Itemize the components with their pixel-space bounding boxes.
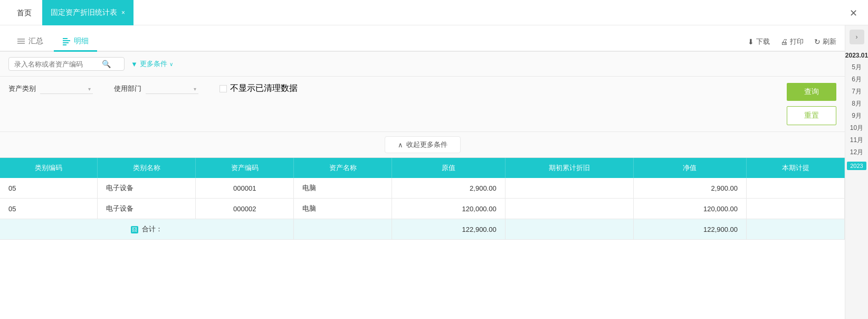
- summary-icon: 囧: [131, 226, 138, 233]
- refresh-button[interactable]: ↻ 刷新: [814, 37, 836, 46]
- table-header-row: 类别编码 类别名称 资产编码 资产名称 原值 期初累计折旧 净值 本期计提: [0, 158, 845, 178]
- col-current-period: 本期计提: [747, 158, 845, 178]
- svg-rect-4: [63, 40, 70, 41]
- collapse-bar: ∧ 收起更多条件: [0, 132, 845, 158]
- search-icon: 🔍: [102, 60, 111, 68]
- summary-net-value: 122,900.00: [633, 219, 747, 240]
- summary-label-cell: 囧 合计：: [0, 219, 294, 240]
- print-label: 打印: [790, 37, 804, 46]
- cell-asset-code: 000002: [196, 199, 294, 219]
- table-row: 05 电子设备 000002 电脑 120,000.00 120,000.00: [0, 199, 845, 219]
- hide-cleared-group: 不显示已清理数据: [220, 83, 298, 94]
- col-category-name: 类别名称: [98, 158, 196, 178]
- col-asset-code: 资产编码: [196, 158, 294, 178]
- refresh-label: 刷新: [823, 37, 836, 46]
- sidebar-year: 2023.01: [843, 51, 868, 60]
- collapse-button[interactable]: ∧ 收起更多条件: [385, 136, 461, 153]
- tab-close-icon[interactable]: ×: [121, 9, 125, 16]
- data-table-wrap: 类别编码 类别名称 资产编码 资产名称 原值 期初累计折旧 净值 本期计提 05…: [0, 158, 845, 319]
- download-button[interactable]: ⬇ 下载: [748, 37, 770, 46]
- refresh-icon: ↻: [814, 37, 821, 46]
- summary-accumulated: [505, 219, 633, 240]
- summary-row: 囧 合计： 122,900.00 122,900.00: [0, 219, 845, 240]
- sidebar-month[interactable]: 8月: [848, 98, 865, 110]
- cell-category-name: 电子设备: [98, 199, 196, 219]
- main-tab[interactable]: 固定资产折旧统计表 ×: [42, 0, 133, 25]
- cell-asset-name: 电脑: [294, 199, 392, 219]
- sidebar-month[interactable]: 6月: [848, 73, 865, 86]
- sidebar-month[interactable]: 7月: [848, 86, 865, 98]
- cell-original-value: 120,000.00: [392, 199, 505, 219]
- cell-net-value: 2,900.00: [633, 178, 747, 199]
- more-conditions-label: 更多条件: [140, 59, 167, 69]
- sidebar-expand-button[interactable]: ›: [850, 30, 864, 44]
- svg-rect-0: [17, 39, 25, 40]
- tab-detail-label: 明细: [74, 36, 89, 46]
- summary-current-period: [747, 219, 845, 240]
- table-row: 05 电子设备 000001 电脑 2,900.00 2,900.00: [0, 178, 845, 199]
- search-bar: 🔍 ▼ 更多条件 ∨: [0, 52, 845, 77]
- sidebar-month[interactable]: 9月: [848, 110, 865, 122]
- cell-net-value: 120,000.00: [633, 199, 747, 219]
- cell-category-code: 05: [0, 199, 98, 219]
- col-asset-name: 资产名称: [294, 158, 392, 178]
- reset-button[interactable]: 重置: [787, 106, 836, 125]
- year-badge[interactable]: 2023: [847, 162, 866, 170]
- col-accumulated-depreciation: 期初累计折旧: [505, 158, 633, 178]
- asset-category-label: 资产类别: [8, 84, 36, 93]
- cell-asset-name: 电脑: [294, 178, 392, 199]
- collapse-label: 收起更多条件: [406, 140, 447, 149]
- cell-category-code: 05: [0, 178, 98, 199]
- svg-rect-1: [17, 41, 25, 42]
- chevron-down-icon: ∨: [169, 61, 173, 67]
- sidebar-month[interactable]: 11月: [848, 134, 865, 146]
- summary-original-value: 122,900.00: [392, 219, 505, 240]
- cell-original-value: 2,900.00: [392, 178, 505, 199]
- col-category-code: 类别编码: [0, 158, 98, 178]
- tab-label: 固定资产折旧统计表: [51, 8, 117, 17]
- tab-detail[interactable]: 明细: [54, 32, 97, 52]
- summary-asset-name: [294, 219, 392, 240]
- print-icon: 🖨: [780, 37, 788, 46]
- filter-icon: ▼: [131, 60, 138, 68]
- chevron-up-icon: ∧: [398, 141, 403, 149]
- svg-rect-3: [63, 38, 68, 39]
- print-button[interactable]: 🖨 打印: [780, 37, 804, 46]
- window-close-icon[interactable]: ✕: [850, 7, 857, 19]
- hide-cleared-label: 不显示已清理数据: [230, 83, 298, 94]
- use-department-select[interactable]: [146, 83, 198, 94]
- tab-summary-label: 汇总: [28, 36, 43, 46]
- query-button[interactable]: 查询: [787, 83, 836, 101]
- col-original-value: 原值: [392, 158, 505, 178]
- search-input-wrap[interactable]: 🔍: [8, 57, 125, 71]
- asset-category-filter: 资产类别 ▾: [8, 83, 93, 94]
- svg-rect-6: [63, 44, 66, 45]
- sidebar-month[interactable]: 10月: [848, 122, 865, 134]
- col-net-value: 净值: [633, 158, 747, 178]
- data-table: 类别编码 类别名称 资产编码 资产名称 原值 期初累计折旧 净值 本期计提 05…: [0, 158, 845, 240]
- cell-category-name: 电子设备: [98, 178, 196, 199]
- use-department-label: 使用部门: [114, 84, 141, 93]
- svg-rect-2: [17, 43, 25, 44]
- download-label: 下载: [756, 37, 770, 46]
- sidebar-month[interactable]: 5月: [848, 61, 865, 73]
- home-tab[interactable]: 首页: [8, 0, 40, 25]
- download-icon: ⬇: [748, 37, 754, 46]
- use-department-filter: 使用部门 ▾: [114, 83, 198, 94]
- more-conditions-button[interactable]: ▼ 更多条件 ∨: [131, 59, 173, 69]
- search-input[interactable]: [14, 60, 99, 68]
- hide-cleared-checkbox[interactable]: [220, 85, 227, 92]
- cell-accumulated-depreciation: [505, 178, 633, 199]
- cell-current-period: [747, 199, 845, 219]
- summary-icon: [17, 37, 25, 45]
- sidebar-month[interactable]: 12月: [848, 146, 865, 158]
- right-sidebar: › 2023.01 5月6月7月8月9月10月11月12月 2023: [845, 25, 868, 319]
- cell-accumulated-depreciation: [505, 199, 633, 219]
- tab-summary[interactable]: 汇总: [8, 32, 52, 52]
- cell-asset-code: 000001: [196, 178, 294, 199]
- asset-category-select[interactable]: [40, 83, 93, 94]
- cell-current-period: [747, 178, 845, 199]
- svg-rect-5: [63, 42, 69, 43]
- filter-area: 资产类别 ▾ 使用部门 ▾: [0, 77, 845, 132]
- tab-bar: 汇总 明细 ⬇ 下载 🖨 打印 ↻: [0, 25, 845, 52]
